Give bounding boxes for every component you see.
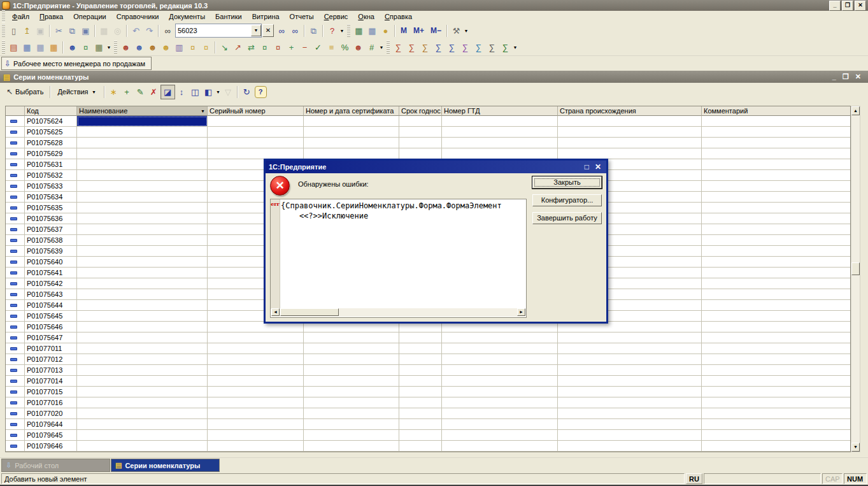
column-header-Код[interactable]: Код [25,106,77,116]
documents-dropdown-icon[interactable]: ▼ [378,45,385,50]
dialog-button-shutdown[interactable]: Завершить работу [532,212,602,224]
language-indicator[interactable]: RU [686,473,702,484]
table-row[interactable]: P01077016 [6,397,851,408]
table-cell[interactable] [442,116,558,127]
table-cell[interactable] [77,159,208,170]
menu-item-отчеты[interactable]: Отчеты [285,11,319,22]
table-row[interactable]: P01077015 [6,387,851,397]
table-cell[interactable] [304,397,399,408]
minimize-button[interactable]: _ [829,1,841,11]
counterparties-icon[interactable]: ☻ [66,41,79,54]
table-cell[interactable] [77,148,208,159]
table-cell[interactable] [399,343,442,354]
report-flag-icon[interactable]: ∑ [432,41,445,54]
customer-order-icon[interactable]: ☻ [132,41,146,54]
price-calculator-icon[interactable]: ▦ [92,41,106,54]
table-cell[interactable] [558,148,702,159]
table-cell[interactable] [702,332,851,343]
table-cell[interactable] [304,343,399,354]
menu-item-операции[interactable]: Операции [68,11,111,22]
horizontal-scroll-thumb[interactable] [280,308,339,316]
new-document-icon[interactable]: ▯ [7,24,20,38]
table-cell[interactable] [77,343,208,354]
workspace-tab-button[interactable]: ⇩ Рабочее место менеджера по продажам [1,57,152,70]
table-cell[interactable] [77,116,208,127]
table-cell[interactable] [702,138,851,148]
table-cell[interactable] [442,441,558,452]
table-cell[interactable] [77,408,208,419]
table-cell[interactable] [702,257,851,268]
dialog-close-icon[interactable]: ✕ [595,162,601,171]
table-cell[interactable] [702,322,851,332]
table-cell[interactable] [304,419,399,430]
toolbar-grip[interactable] [387,41,390,54]
delete-item-icon[interactable]: ✗ [147,85,160,99]
price-calculator-dropdown-icon[interactable]: ▼ [106,45,112,50]
table-cell[interactable] [702,441,851,452]
table-cell[interactable] [77,224,208,235]
table-cell[interactable] [77,138,208,148]
table-cell[interactable] [399,365,442,376]
table-row[interactable]: P01077012 [6,354,851,365]
table-cell[interactable] [702,354,851,365]
table-vertical-scrollbar[interactable]: ▲ ▼ [851,106,860,452]
redo-icon[interactable]: ↷ [143,24,156,38]
table-cell[interactable] [399,354,442,365]
toolbar-grip[interactable] [2,24,5,37]
table-cell[interactable] [702,397,851,408]
formula-calculator-icon[interactable]: ▦ [352,24,366,38]
menu-item-окна[interactable]: Окна [353,11,380,22]
customer-payments-icon[interactable]: ☻ [159,41,173,54]
table-cell[interactable] [208,332,304,343]
table-cell[interactable] [558,116,702,127]
table-cell[interactable] [77,278,208,289]
table-cell[interactable] [77,430,208,441]
windows-cascade-icon[interactable]: ⧉ [307,24,320,38]
table-cell[interactable] [77,311,208,322]
table-cell[interactable] [77,235,208,246]
discount-document-icon[interactable]: % [338,41,352,54]
child-minimize-button[interactable]: _ [832,73,836,81]
table-cell[interactable] [399,138,442,148]
toolbar-grip[interactable] [2,41,5,54]
debtor-document-icon[interactable]: ☻ [352,41,365,54]
table-cell[interactable] [77,289,208,300]
print-check-icon[interactable]: ▦ [34,41,47,54]
edit-item-icon[interactable]: ✎ [134,85,147,99]
table-cell[interactable] [208,127,304,138]
hierarchy-toggle-icon[interactable]: ◪ [160,85,175,99]
menu-item-сервис[interactable]: Сервис [319,11,353,22]
print-label-icon[interactable]: ▦ [47,41,60,54]
scroll-left-icon[interactable]: ◄ [271,308,280,316]
table-cell[interactable] [77,127,208,138]
table-cell[interactable] [442,419,558,430]
table-cell[interactable] [304,408,399,419]
table-cell[interactable] [208,343,304,354]
table-cell[interactable] [702,213,851,224]
table-cell[interactable] [304,332,399,343]
table-cell[interactable] [442,408,558,419]
paste-icon[interactable]: ▣ [79,24,92,38]
reports-dropdown-icon[interactable]: ▼ [512,45,518,50]
select-button[interactable]: ↖ Выбрать [2,86,48,97]
scroll-right-icon[interactable]: ► [517,308,525,316]
table-cell[interactable] [304,376,399,387]
table-cell[interactable] [304,441,399,452]
remove-money-icon[interactable]: − [298,41,311,54]
table-cell[interactable] [558,419,702,430]
table-cell[interactable] [702,148,851,159]
table-cell[interactable] [702,419,851,430]
table-cell[interactable] [702,268,851,278]
table-cell[interactable] [558,343,702,354]
table-cell[interactable] [702,278,851,289]
memory-plus-button[interactable]: M+ [410,26,427,35]
search-clear-icon[interactable]: ✕ [262,24,274,37]
help-1c-icon[interactable]: ? [325,24,339,38]
actions-button[interactable]: Действия ▼ [53,87,101,97]
report-sales-icon[interactable]: ∑ [392,41,405,54]
table-cell[interactable] [77,181,208,192]
report-cash-alt-icon[interactable]: ∑ [472,41,485,54]
table-cell[interactable] [304,116,399,127]
table-cell[interactable] [442,343,558,354]
table-cell[interactable] [702,387,851,397]
